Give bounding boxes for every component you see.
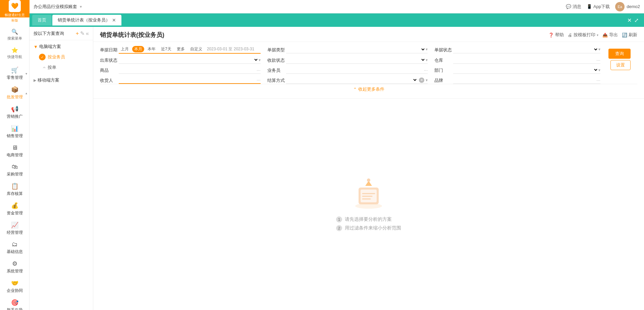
receiver-input[interactable] [119, 78, 257, 83]
scheme-group-mobile-title[interactable]: ▶ 移动端方案 [30, 75, 93, 85]
empty-tips: 1 请先选择要分析的方案 2 用过滤条件来缩小分析范围 [336, 216, 401, 231]
sidebar-item-guide[interactable]: 🎯 新手引导 [0, 296, 29, 310]
export-btn[interactable]: 📤 导出 [602, 32, 618, 38]
scheme-header-actions: + ✎ « [76, 30, 89, 37]
search-icon: 🔍 [11, 29, 18, 35]
order-type-label: 单据类型 [267, 47, 286, 53]
tab-close-all-icon[interactable]: ✕ [627, 17, 632, 23]
print-btn[interactable]: 🖨 按模板打印 ▾ [568, 32, 598, 38]
date-tab-custom[interactable]: 自定义 [188, 46, 204, 52]
app-download-btn[interactable]: 📱 App下载 [587, 4, 610, 10]
filter-row-3: 商品 ··· 业务员 ··· [100, 67, 602, 74]
scheme-item-by-order[interactable]: 𝄐 按单 [30, 62, 93, 72]
sidebar-item-marketing[interactable]: 📢 营销推广 [0, 103, 29, 122]
date-tab-current-year[interactable]: 本年 [146, 46, 158, 52]
tab-sales-stats[interactable]: 销货单统计表（按业务员） ✕ [52, 15, 121, 25]
collapse-bar[interactable]: ⌃ 收起更多条件 [100, 84, 637, 94]
filter-row-2: 出库状态 ▾ 收款状态 ▾ [100, 57, 602, 64]
date-tab-current-month[interactable]: 本月 [132, 46, 144, 52]
query-button[interactable]: 查询 [608, 49, 631, 59]
filter-cell-order-type: 单据类型 ▾ [267, 46, 435, 54]
salesperson-field: ··· [286, 67, 428, 74]
filter-cell-date: 单据日期 上月 本月 本年 近7天 更多 自定义 [100, 46, 267, 54]
goods-input[interactable] [119, 67, 257, 72]
out-status-select[interactable] [119, 57, 259, 63]
wholesale-arrow: ▴ [25, 91, 27, 95]
breadcrumb-dropdown[interactable]: ▾ [80, 4, 82, 9]
goods-field: ··· [119, 67, 261, 74]
brand-field: ··· [453, 78, 600, 84]
scheme-edit-icon[interactable]: ✎ [80, 30, 85, 37]
order-status-select[interactable] [453, 47, 598, 52]
salesperson-input[interactable] [286, 67, 424, 72]
warehouse-dots[interactable]: ··· [596, 57, 600, 63]
scheme-add-icon[interactable]: + [76, 31, 79, 37]
sidebar-item-basic[interactable]: 🗂 基础信息 [0, 238, 29, 257]
query-header-actions: ❓ 帮助 🖨 按模板打印 ▾ 📤 导出 🔄 刷新 [548, 32, 637, 38]
message-btn[interactable]: 💬 消息 [566, 4, 581, 10]
tab-expand-icon[interactable]: ⤢ [634, 17, 639, 23]
sidebar-item-corp[interactable]: 🤝 企业协同 [0, 277, 29, 296]
date-label: 单据日期 [100, 47, 119, 53]
basic-icon: 🗂 [12, 241, 18, 248]
order-status-field: ▾ [453, 47, 600, 53]
sidebar-item-ecommerce[interactable]: 🖥 电商管理 [0, 142, 29, 161]
help-btn[interactable]: ❓ 帮助 [548, 32, 564, 38]
receiver-dots[interactable]: ··· [257, 77, 261, 83]
sidebar-item-finance[interactable]: 💰 资金管理 [0, 199, 29, 219]
pay-status-field: ▾ [286, 57, 428, 64]
date-tab-last-month[interactable]: 上月 [119, 46, 131, 52]
help-icon: ❓ [548, 33, 554, 38]
sidebar-item-system[interactable]: ⚙ 系统管理 [0, 257, 29, 277]
scheme-collapse-icon[interactable]: « [86, 31, 89, 37]
sidebar-item-sales[interactable]: 📊 销售管理 [0, 122, 29, 142]
salesperson-dots[interactable]: ··· [424, 67, 428, 73]
ecommerce-icon: 🖥 [12, 144, 18, 151]
tip-label-1: 请先选择要分析的方案 [345, 216, 392, 222]
sidebar-search[interactable]: 🔍 搜索菜单 [0, 24, 29, 44]
tab-close-icon[interactable]: ✕ [112, 17, 116, 23]
warehouse-label: 仓库 [434, 57, 453, 63]
order-status-arrow: ▾ [598, 47, 600, 52]
sidebar-item-wholesale[interactable]: 📦 批发管理 ▴ [0, 83, 29, 103]
sidebar-item-inventory[interactable]: 📋 库存核算 [0, 180, 29, 199]
help-label: 帮助 [555, 32, 564, 38]
pay-status-select[interactable] [286, 57, 426, 63]
collapse-icon: ⌃ [353, 87, 357, 92]
sidebar-item-retail[interactable]: 🛒 零售管理 ▾ [0, 64, 29, 83]
sidebar-item-operation[interactable]: 📈 经营管理 [0, 219, 29, 238]
chevron-right-icon: ▶ [34, 78, 36, 83]
date-tab-7days[interactable]: 近7天 [159, 46, 173, 52]
date-tab-more[interactable]: 更多 [175, 46, 187, 52]
brand-dots[interactable]: ··· [596, 78, 600, 83]
goods-dots[interactable]: ··· [257, 67, 261, 73]
warehouse-field: ··· [453, 57, 600, 64]
tab-home[interactable]: 首页 [32, 15, 52, 25]
user-profile[interactable]: Ea demo2 [615, 2, 640, 11]
settings-button[interactable]: 设置 [610, 60, 631, 70]
empty-tip-1: 1 请先选择要分析的方案 [336, 216, 401, 222]
inventory-icon: 📋 [11, 183, 18, 190]
scheme-item-by-salesperson[interactable]: ✓ 按业务员 [30, 52, 93, 62]
order-type-select[interactable] [286, 47, 426, 52]
settle-clear-btn[interactable]: ✕ [419, 78, 424, 83]
filter-cell-dept: 部门 ▾ [434, 67, 602, 74]
refresh-btn[interactable]: 🔄 刷新 [622, 32, 637, 38]
settle-select[interactable] [286, 77, 418, 83]
query-panel: 销货单统计表(按业务员) ❓ 帮助 🖨 按模板打印 ▾ 📤 导出 [93, 27, 644, 310]
brand-input[interactable] [453, 78, 596, 83]
scheme-panel: 按以下方案查询 + ✎ « ▼ 电脑端方案 ✓ 按业务员 𝄐 [30, 27, 93, 310]
warehouse-input[interactable] [453, 57, 596, 62]
filter-row-1: 单据日期 上月 本月 本年 近7天 更多 自定义 [100, 46, 602, 54]
operation-icon: 📈 [11, 221, 18, 229]
sidebar-quick-nav[interactable]: ⭐ 快捷导航 [0, 44, 29, 61]
filter-rows-wrapper: 单据日期 上月 本月 本年 近7天 更多 自定义 [100, 46, 637, 84]
scheme-sub-icon: 𝄐 [43, 65, 46, 70]
purchase-icon: 🛍 [12, 163, 18, 170]
dept-select[interactable] [453, 67, 598, 73]
filter-cell-pay-status: 收款状态 ▾ [267, 57, 435, 64]
filter-cell-order-status: 单据状态 ▾ [434, 46, 602, 54]
quick-nav-icon: ⭐ [11, 47, 18, 53]
sidebar-item-purchase[interactable]: 🛍 采购管理 [0, 161, 29, 180]
scheme-group-pc-title[interactable]: ▼ 电脑端方案 [30, 42, 93, 52]
